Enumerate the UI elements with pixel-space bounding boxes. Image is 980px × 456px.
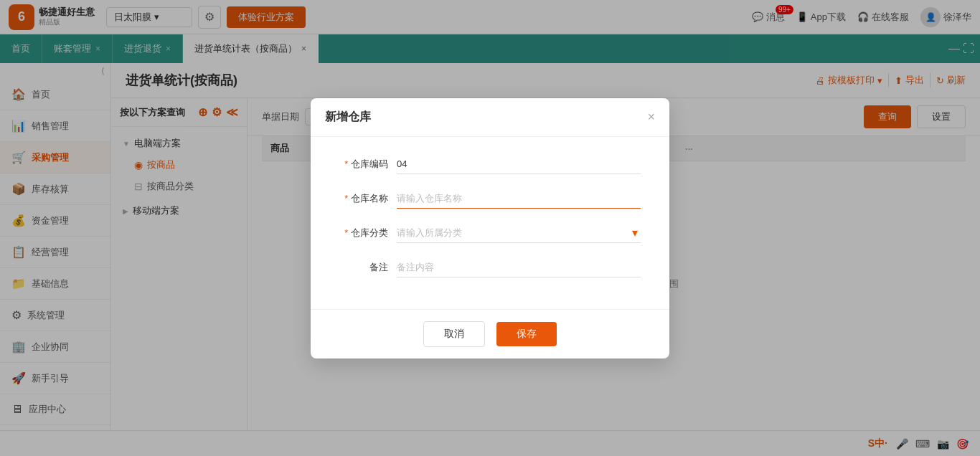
warehouse-name-label: 仓库名称 [339, 192, 397, 205]
warehouse-category-label: 仓库分类 [339, 227, 397, 239]
warehouse-category-select-wrap: 请输入所属分类 [397, 223, 641, 243]
cancel-button[interactable]: 取消 [423, 321, 485, 347]
warehouse-category-row: 仓库分类 请输入所属分类 [339, 223, 641, 243]
dialog-close-button[interactable]: × [647, 110, 655, 125]
warehouse-name-row: 仓库名称 [339, 189, 641, 209]
warehouse-code-row: 仓库编码 [339, 154, 641, 174]
dialog-footer: 取消 保存 [311, 309, 669, 358]
warehouse-code-input[interactable] [397, 154, 641, 174]
warehouse-category-select[interactable]: 请输入所属分类 [397, 223, 641, 242]
dialog-header: 新增仓库 × [311, 98, 669, 137]
warehouse-name-input[interactable] [397, 189, 641, 209]
warehouse-note-row: 备注 [339, 257, 641, 277]
warehouse-note-label: 备注 [339, 261, 397, 274]
new-warehouse-dialog: 新增仓库 × 仓库编码 仓库名称 仓库分类 请输入所属分类 [311, 98, 669, 358]
warehouse-code-label: 仓库编码 [339, 158, 397, 171]
save-button[interactable]: 保存 [496, 322, 557, 346]
warehouse-note-input[interactable] [397, 257, 641, 277]
dialog-body: 仓库编码 仓库名称 仓库分类 请输入所属分类 备注 [311, 137, 669, 309]
dialog-title: 新增仓库 [325, 110, 371, 125]
modal-overlay: 新增仓库 × 仓库编码 仓库名称 仓库分类 请输入所属分类 [0, 0, 980, 456]
